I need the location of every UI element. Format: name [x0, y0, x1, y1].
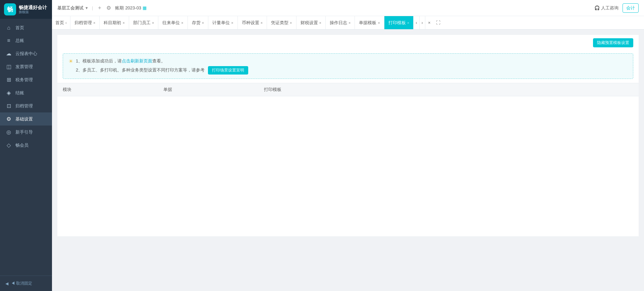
tab-home-back-icon: ‹ [65, 20, 67, 25]
sidebar-item-guide[interactable]: ◎ 新手引导 [0, 126, 52, 139]
period-value: 2023-03 [125, 5, 141, 10]
tab-dept-staff[interactable]: 部门员工 × [129, 16, 158, 29]
tab-single-form-close[interactable]: × [378, 21, 380, 25]
tab-operation-log[interactable]: 操作日志 × [326, 16, 355, 29]
topbar-period: 账期 2023-03 ▦ [115, 5, 147, 11]
table-col-template: 打印模板 [264, 87, 633, 93]
archive-icon: ⊡ [5, 103, 12, 109]
tab-currency[interactable]: 币种设置 × [238, 16, 267, 29]
tab-counterpart-label: 往来单位 [162, 20, 180, 26]
tab-counterpart[interactable]: 往来单位 × [158, 16, 187, 29]
tab-archive-mgmt-close[interactable]: × [93, 21, 95, 25]
topbar-divider: | [92, 5, 93, 10]
sidebar-footer-unpin[interactable]: ◀ ◀ 取消固定 [0, 276, 52, 291]
calendar-icon[interactable]: ▦ [143, 5, 147, 10]
tab-counterpart-close[interactable]: × [181, 21, 183, 25]
company-dropdown-icon: ▾ [86, 5, 88, 10]
tab-voucher-type[interactable]: 凭证类型 × [267, 16, 296, 29]
customer-service-label: 人工咨询 [601, 5, 619, 11]
sidebar-item-home[interactable]: ⌂ 首页 [0, 21, 52, 34]
info-row-2: ☀ 2、多员工、多打印机、多种业务类型设置不同打印方案等，请参考 打印场景设置宣… [68, 66, 628, 75]
table-col-doc: 单据 [163, 87, 264, 93]
tab-dept-staff-label: 部门员工 [133, 20, 151, 26]
tab-tax-settings[interactable]: 财税设置 × [297, 16, 326, 29]
unpin-icon: ◀ [5, 281, 8, 286]
content-area: 隐藏预置模板设置 ☀ 1、模板添加成功后，请点击刷新新页面查看。 ☀ 2、多员工… [52, 30, 644, 291]
sidebar-item-ledger-label: 总账 [15, 38, 24, 44]
info-line1-suffix: 查看。 [152, 58, 165, 63]
settings-icon: ⚙ [5, 116, 12, 122]
tab-home[interactable]: 首页 ‹ [52, 16, 70, 29]
add-company-icon[interactable]: ＋ [97, 4, 102, 11]
tab-unit-close[interactable]: × [231, 21, 233, 25]
sidebar-item-closing[interactable]: ◈ 结账 [0, 86, 52, 99]
tab-inventory[interactable]: 存货 × [188, 16, 208, 29]
tab-print-template-close[interactable]: × [407, 21, 409, 25]
logo-subtitle: 旗舰版 [19, 10, 47, 14]
tab-print-template-label: 打印模板 [388, 20, 406, 26]
tab-voucher-type-close[interactable]: × [290, 21, 292, 25]
sidebar-item-member-label: 畅会员 [15, 142, 29, 148]
period-label: 账期 [115, 5, 124, 11]
tab-subject-init[interactable]: 科目期初 × [100, 16, 129, 29]
print-scene-btn[interactable]: 打印场景设置宣明 [208, 66, 248, 75]
sidebar-item-member[interactable]: ◇ 畅会员 [0, 139, 52, 152]
sidebar-item-reports[interactable]: ☁ 云报表中心 [0, 47, 52, 60]
sidebar-item-basic-label: 基础设置 [15, 116, 33, 122]
tax-icon: ⊞ [5, 77, 12, 83]
topbar-settings-icon[interactable]: ⚙ [106, 5, 111, 11]
sidebar-item-basic[interactable]: ⚙ 基础设置 [0, 112, 52, 126]
tab-archive-mgmt[interactable]: 归档管理 × [70, 16, 100, 29]
tab-currency-label: 币种设置 [242, 20, 259, 26]
sidebar-item-reports-label: 云报表中心 [15, 51, 37, 57]
reports-icon: ☁ [5, 50, 12, 57]
tab-unit-label: 计量单位 [212, 20, 230, 26]
sidebar-item-invoice[interactable]: ◫ 发票管理 [0, 60, 52, 73]
table-header: 模块 单据 打印模板 [57, 83, 639, 96]
tab-dept-staff-close[interactable]: × [152, 21, 154, 25]
sidebar-logo: 畅 畅捷通好会计 旗舰版 [0, 0, 52, 19]
tab-single-form[interactable]: 单据模板 × [355, 16, 384, 29]
tab-close-all-btn[interactable]: × [425, 16, 433, 29]
hide-preset-template-btn[interactable]: 隐藏预置模板设置 [593, 38, 633, 47]
account-button[interactable]: 会计 [623, 3, 639, 13]
refresh-link[interactable]: 点击刷新新页面 [122, 58, 152, 63]
sidebar-item-home-label: 首页 [15, 25, 24, 31]
tab-home-label: 首页 [55, 20, 64, 26]
tab-subject-init-close[interactable]: × [122, 21, 124, 25]
tab-next-btn[interactable]: › [420, 16, 425, 29]
tab-archive-mgmt-label: 归档管理 [74, 20, 92, 26]
sidebar-item-tax-label: 税务管理 [15, 77, 33, 83]
info-line1-prefix: 1、模板添加成功后，请 [76, 58, 122, 63]
sidebar-item-ledger[interactable]: ≡ 总账 [0, 34, 52, 47]
sidebar-item-invoice-label: 发票管理 [15, 64, 33, 70]
tab-unit[interactable]: 计量单位 × [208, 16, 237, 29]
customer-service-btn[interactable]: 🎧 人工咨询 [594, 5, 619, 11]
company-selector[interactable]: 基层工会测试 ▾ [57, 5, 88, 11]
hide-template-btn-container: 隐藏预置模板设置 [57, 35, 639, 49]
tab-inventory-close[interactable]: × [202, 21, 204, 25]
logo-title: 畅捷通好会计 [19, 5, 47, 10]
sidebar-item-archive[interactable]: ⊡ 归档管理 [0, 99, 52, 112]
tab-maximize-btn[interactable]: ⛶ [433, 16, 443, 29]
tab-tax-settings-close[interactable]: × [319, 21, 321, 25]
main-area: 基层工会测试 ▾ | ＋ ⚙ 账期 2023-03 ▦ 🎧 人工咨询 会计 首页… [52, 0, 644, 291]
tabbar: 首页 ‹ 归档管理 × 科目期初 × 部门员工 × 往来单位 × 存货 × 计量… [52, 16, 644, 30]
sidebar-nav: ⌂ 首页 ≡ 总账 ☁ 云报表中心 ◫ 发票管理 ⊞ 税务管理 ◈ 结账 ⊡ 归… [0, 19, 52, 276]
headset-icon: 🎧 [594, 5, 600, 10]
sidebar: 畅 畅捷通好会计 旗舰版 ⌂ 首页 ≡ 总账 ☁ 云报表中心 ◫ 发票管理 ⊞ … [0, 0, 52, 291]
member-icon: ◇ [5, 142, 12, 148]
topbar: 基层工会测试 ▾ | ＋ ⚙ 账期 2023-03 ▦ 🎧 人工咨询 会计 [52, 0, 644, 16]
tab-voucher-type-label: 凭证类型 [271, 20, 288, 26]
tab-operation-log-close[interactable]: × [348, 21, 351, 25]
info-text-1: 1、模板添加成功后，请点击刷新新页面查看。 [76, 58, 165, 65]
tab-inventory-label: 存货 [192, 20, 201, 26]
tab-operation-log-label: 操作日志 [330, 20, 347, 26]
tab-print-template[interactable]: 打印模板 × [384, 16, 414, 29]
invoice-icon: ◫ [5, 63, 12, 70]
info-line2-text: 2、多员工、多打印机、多种业务类型设置不同打印方案等，请参考 [76, 67, 205, 72]
sidebar-item-tax[interactable]: ⊞ 税务管理 [0, 73, 52, 86]
ledger-icon: ≡ [5, 38, 12, 44]
tab-prev-btn[interactable]: ‹ [414, 16, 419, 29]
tab-currency-close[interactable]: × [261, 21, 263, 25]
